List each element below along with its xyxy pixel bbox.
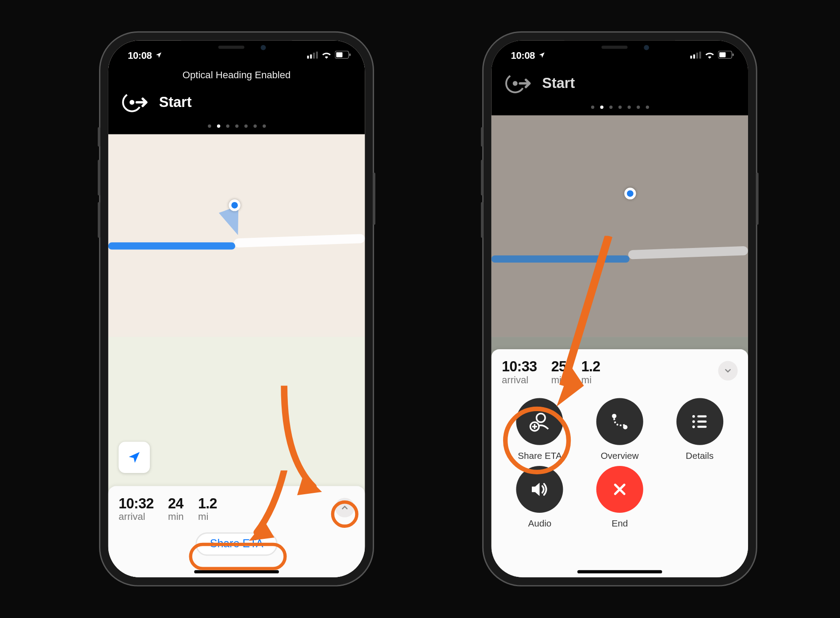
page-dots xyxy=(502,106,738,109)
svg-point-26 xyxy=(692,426,695,428)
start-direction-icon xyxy=(121,88,150,117)
screen-left: 10:08 Optical Heading Enabled xyxy=(108,40,365,577)
svg-rect-14 xyxy=(719,52,725,57)
overview-action[interactable]: Overview xyxy=(586,398,654,461)
route-line xyxy=(491,256,629,263)
nav-step-title: Start xyxy=(159,94,192,111)
recenter-button[interactable] xyxy=(118,442,150,473)
svg-point-18 xyxy=(537,413,546,422)
bottom-card-expanded[interactable]: 10:33 arrival 25 min 1.2 mi xyxy=(491,349,748,577)
action-grid: Share ETA Overview xyxy=(502,398,738,529)
notch xyxy=(564,40,675,58)
eta-duration: 24 min xyxy=(168,495,184,522)
eta-row: 10:32 arrival 24 min 1.2 mi xyxy=(118,495,355,522)
cell-signal-icon xyxy=(307,51,318,58)
svg-rect-11 xyxy=(696,52,698,58)
audio-icon xyxy=(529,478,551,500)
heading-enabled-label: Optical Heading Enabled xyxy=(118,69,355,80)
action-label: Details xyxy=(686,450,714,461)
location-arrow-icon xyxy=(538,51,545,58)
eta-distance: 1.2 mi xyxy=(581,359,600,385)
eta-arrival: 10:33 arrival xyxy=(502,359,537,385)
svg-rect-1 xyxy=(310,54,312,58)
nav-step-title: Start xyxy=(542,75,575,92)
audio-action[interactable]: Audio xyxy=(506,466,574,529)
svg-rect-9 xyxy=(690,55,692,58)
svg-rect-5 xyxy=(336,52,342,57)
notch xyxy=(181,40,292,58)
bottom-card-collapsed[interactable]: 10:32 arrival 24 min 1.2 mi Share ETA xyxy=(108,486,365,577)
wifi-icon xyxy=(704,51,715,59)
location-arrow-icon xyxy=(155,51,162,58)
expand-card-button[interactable] xyxy=(335,498,355,517)
battery-icon xyxy=(335,51,351,59)
battery-icon xyxy=(718,51,733,59)
svg-point-8 xyxy=(130,100,134,105)
status-time: 10:08 xyxy=(128,49,162,60)
overview-icon xyxy=(609,411,631,433)
action-label: Overview xyxy=(601,450,639,461)
current-location-dot xyxy=(229,199,241,211)
svg-rect-27 xyxy=(697,426,706,428)
svg-rect-12 xyxy=(699,51,701,58)
eta-arrival: 10:32 arrival xyxy=(118,495,153,522)
svg-point-22 xyxy=(692,415,695,418)
status-icons xyxy=(690,51,734,59)
home-indicator[interactable] xyxy=(577,570,662,573)
svg-rect-15 xyxy=(733,53,734,56)
details-icon xyxy=(689,411,710,432)
status-time: 10:08 xyxy=(511,49,546,60)
collapse-card-button[interactable] xyxy=(718,361,737,381)
details-action[interactable]: Details xyxy=(665,398,733,461)
svg-rect-25 xyxy=(697,420,706,423)
share-eta-action[interactable]: Share ETA xyxy=(506,398,574,461)
phone-frame-left: 10:08 Optical Heading Enabled xyxy=(99,31,374,587)
eta-row: 10:33 arrival 25 min 1.2 mi xyxy=(502,359,738,385)
end-action[interactable]: End xyxy=(586,466,654,529)
svg-point-20 xyxy=(612,414,616,418)
svg-rect-10 xyxy=(693,54,695,58)
close-icon xyxy=(611,480,629,498)
status-icons xyxy=(307,51,351,59)
svg-point-24 xyxy=(692,420,695,423)
svg-rect-6 xyxy=(349,53,351,56)
current-location-dot xyxy=(624,188,636,200)
phone-frame-right: 10:08 xyxy=(482,31,757,587)
home-indicator[interactable] xyxy=(194,570,279,573)
svg-rect-23 xyxy=(697,416,706,418)
route-line xyxy=(108,242,235,249)
location-arrow-icon xyxy=(127,450,141,465)
cell-signal-icon xyxy=(690,51,701,58)
svg-point-17 xyxy=(513,81,518,86)
action-label: Audio xyxy=(528,518,552,529)
chevron-down-icon xyxy=(723,366,733,375)
page-dots xyxy=(118,125,355,128)
start-direction-icon xyxy=(504,69,533,98)
action-label: End xyxy=(611,518,628,529)
action-label: Share ETA xyxy=(518,450,561,461)
chevron-up-icon xyxy=(340,503,349,512)
eta-duration: 25 min xyxy=(551,359,567,385)
share-eta-icon xyxy=(527,409,552,434)
wifi-icon xyxy=(321,51,332,59)
eta-distance: 1.2 mi xyxy=(198,495,217,522)
svg-rect-2 xyxy=(313,52,315,58)
svg-rect-3 xyxy=(316,51,318,58)
screen-right: 10:08 xyxy=(491,40,748,577)
share-eta-button[interactable]: Share ETA xyxy=(195,532,278,556)
svg-rect-0 xyxy=(307,55,309,58)
